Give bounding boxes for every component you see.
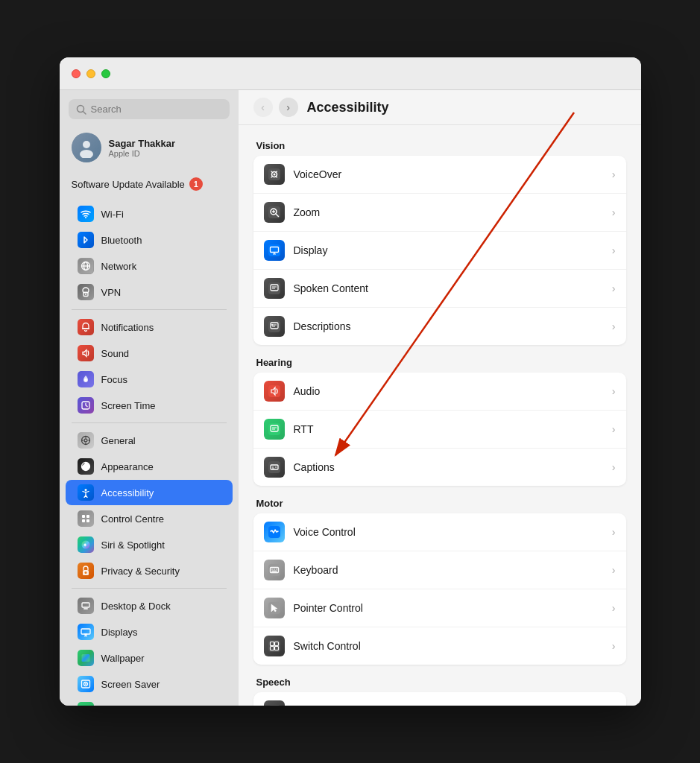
- svg-point-28: [84, 572, 86, 574]
- svg-point-11: [84, 379, 87, 382]
- settings-row-rtt[interactable]: RTT ›: [253, 411, 626, 449]
- sidebar-item-privacy[interactable]: Privacy & Security: [66, 558, 233, 583]
- sidebar-item-label-wallpaper: Wallpaper: [101, 653, 145, 664]
- user-subtitle: Apple ID: [109, 149, 176, 158]
- avatar: [72, 133, 101, 162]
- minimize-button[interactable]: [86, 69, 95, 78]
- sidebar-item-controlcentre[interactable]: Control Centre: [66, 506, 233, 531]
- sidebar-item-label-general: General: [101, 435, 136, 446]
- svg-point-14: [84, 439, 87, 442]
- sidebar-item-screentime[interactable]: Screen Time: [66, 393, 233, 418]
- sidebar-item-label-siri: Siri & Spotlight: [101, 539, 165, 551]
- sidebar-item-siri[interactable]: ✦ Siri & Spotlight: [66, 532, 233, 557]
- sidebar-item-focus[interactable]: Focus: [66, 367, 233, 392]
- settings-row-pointer[interactable]: Pointer Control ›: [253, 589, 626, 627]
- keyboard-icon: [264, 560, 285, 580]
- software-update-label: Software Update Available: [72, 179, 185, 190]
- display-label: Display: [294, 244, 603, 256]
- settings-row-display[interactable]: Display ›: [253, 232, 626, 270]
- svg-text:✦: ✦: [83, 542, 87, 548]
- main-wrapper: ‹ › Accessibility Vision: [239, 90, 641, 706]
- pointer-chevron: ›: [612, 602, 616, 614]
- sidebar-item-label-desktopdock: Desktop & Dock: [101, 601, 171, 612]
- captions-label: Captions: [294, 461, 603, 473]
- sidebar-item-appearance[interactable]: Appearance: [66, 454, 233, 479]
- settings-row-descriptions[interactable]: Descriptions ›: [253, 308, 626, 345]
- sidebar-item-label-wifi: Wi-Fi: [101, 209, 124, 220]
- settings-row-voicecontrol[interactable]: Voice Control ›: [253, 513, 626, 551]
- svg-point-3: [80, 150, 93, 158]
- pointer-label: Pointer Control: [294, 602, 603, 614]
- sound-icon: [78, 345, 94, 361]
- sidebar-item-label-privacy: Privacy & Security: [101, 566, 180, 577]
- sidebar-item-sound[interactable]: Sound: [66, 341, 233, 366]
- sidebar-item-network[interactable]: Network: [66, 253, 233, 279]
- software-update-item[interactable]: Software Update Available 1: [60, 173, 239, 195]
- rtt-icon: [264, 419, 285, 440]
- settings-row-switch[interactable]: Switch Control ›: [253, 627, 626, 665]
- close-button[interactable]: [72, 69, 81, 78]
- spoken-label: Spoken Content: [294, 282, 603, 294]
- sidebar-item-wallpaper[interactable]: Wallpaper: [66, 645, 233, 671]
- maximize-button[interactable]: [101, 69, 110, 78]
- livespeech-icon: [264, 700, 285, 706]
- rtt-label: RTT: [294, 423, 603, 435]
- captions-chevron: ›: [612, 461, 616, 473]
- settings-row-keyboard[interactable]: Keyboard ›: [253, 551, 626, 589]
- settings-row-voiceover[interactable]: VoiceOver ›: [253, 156, 626, 194]
- settings-group-motor: Voice Control ›: [253, 513, 626, 665]
- sidebar-item-desktopdock[interactable]: Desktop & Dock: [66, 593, 233, 618]
- settings-group-speech: Live Speech ›: [253, 692, 626, 706]
- wallpaper-icon: [78, 650, 94, 666]
- svg-point-20: [84, 489, 86, 491]
- svg-rect-34: [81, 654, 89, 662]
- sidebar-divider-3: [72, 588, 227, 589]
- back-button[interactable]: ‹: [253, 98, 273, 117]
- settings-row-zoom[interactable]: Zoom ›: [253, 194, 626, 232]
- sidebar-item-battery[interactable]: Battery: [66, 697, 233, 706]
- sidebar-item-displays[interactable]: Displays: [66, 619, 233, 645]
- avatar-image: [72, 133, 101, 162]
- livespeech-chevron: ›: [612, 705, 616, 706]
- screentime-icon: [78, 397, 94, 414]
- controlcentre-icon: [78, 510, 94, 527]
- switch-label: Switch Control: [294, 640, 603, 652]
- sidebar-item-screensaver[interactable]: Screen Saver: [66, 671, 233, 697]
- svg-point-45: [273, 174, 275, 176]
- section-title-hearing: Hearing: [253, 357, 626, 368]
- sidebar-section-connectivity: Wi-Fi Bluetooth: [60, 201, 239, 305]
- livespeech-label: Live Speech: [294, 705, 603, 706]
- sidebar-item-notifications[interactable]: Notifications: [66, 314, 233, 340]
- privacy-icon: [78, 563, 94, 579]
- desktopdock-icon: [78, 598, 94, 614]
- settings-row-captions[interactable]: Captions ›: [253, 449, 626, 486]
- zoom-chevron: ›: [612, 206, 616, 218]
- search-input[interactable]: [91, 104, 222, 115]
- sidebar-item-wifi[interactable]: Wi-Fi: [66, 201, 233, 227]
- sidebar-item-accessibility[interactable]: Accessibility: [66, 480, 233, 505]
- user-name: Sagar Thakkar: [109, 138, 176, 149]
- sidebar-item-general[interactable]: General: [66, 428, 233, 453]
- forward-button[interactable]: ›: [279, 98, 298, 117]
- pointer-icon: [264, 598, 285, 618]
- traffic-lights: [72, 69, 110, 78]
- update-badge: 1: [189, 177, 203, 191]
- sidebar-item-bluetooth[interactable]: Bluetooth: [66, 227, 233, 253]
- settings-row-livespeech[interactable]: Live Speech ›: [253, 692, 626, 706]
- main-content: ‹ › Accessibility Vision: [239, 90, 641, 706]
- search-bar[interactable]: [69, 99, 230, 119]
- appearance-icon: [78, 458, 94, 475]
- settings-row-spoken[interactable]: Spoken Content ›: [253, 270, 626, 308]
- voicecontrol-icon: [264, 522, 285, 542]
- svg-point-37: [85, 683, 86, 685]
- descriptions-label: Descriptions: [294, 320, 603, 332]
- settings-row-audio[interactable]: Audio ›: [253, 373, 626, 411]
- sidebar-item-vpn[interactable]: VPN: [66, 279, 233, 305]
- sidebar-item-label-notifications: Notifications: [101, 322, 154, 333]
- settings-group-hearing: Audio ›: [253, 373, 626, 486]
- svg-point-64: [271, 324, 273, 326]
- section-title-vision: Vision: [253, 140, 626, 151]
- user-profile[interactable]: Sagar Thakkar Apple ID: [60, 125, 239, 170]
- sidebar-item-label-focus: Focus: [101, 374, 127, 385]
- svg-rect-23: [82, 519, 85, 522]
